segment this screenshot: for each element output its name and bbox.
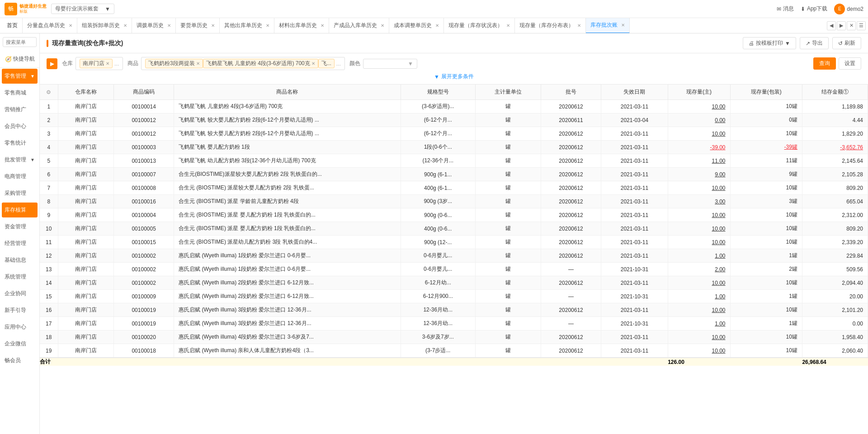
- tab-close-active-icon[interactable]: ✕: [621, 23, 625, 28]
- sidebar-item-finance[interactable]: 资金管理: [2, 219, 38, 234]
- tab-close-icon[interactable]: ✕: [577, 23, 581, 28]
- row-qty-main[interactable]: 1.00: [668, 317, 730, 330]
- message-button[interactable]: ✉ 消息: [777, 5, 794, 13]
- row-qty-main[interactable]: -39.00: [668, 141, 730, 154]
- sidebar-item-ecommerce[interactable]: 电商管理: [2, 169, 38, 184]
- tab-close-icon[interactable]: ✕: [381, 23, 384, 28]
- sidebar-item-new-guide[interactable]: 新手引导: [2, 303, 38, 318]
- sidebar-item-operations[interactable]: 经营管理: [2, 236, 38, 251]
- sidebar-item-system[interactable]: 系统管理: [2, 269, 38, 284]
- row-spec: 900g (3岁...: [401, 195, 475, 208]
- row-qty-main[interactable]: 10.00: [668, 127, 730, 141]
- query-button[interactable]: 查询: [813, 57, 836, 70]
- sidebar-item-marketing[interactable]: 营销推广: [2, 102, 38, 117]
- product-tag-2-close[interactable]: ✕: [311, 61, 315, 66]
- tab-close-icon[interactable]: ✕: [123, 23, 127, 28]
- sidebar-item-wholesale[interactable]: 批发管理 ▼: [2, 152, 38, 167]
- row-qty-main[interactable]: 10.00: [668, 100, 730, 113]
- row-warehouse: 南岸门店: [58, 317, 114, 330]
- sidebar-item-app-center[interactable]: 应用中心: [2, 320, 38, 335]
- filter-more-icon[interactable]: ...: [336, 61, 341, 67]
- col-settings[interactable]: ⚙: [40, 85, 58, 100]
- row-qty-pkg: 10罐: [730, 276, 802, 290]
- row-qty-main[interactable]: 10.00: [668, 276, 730, 290]
- row-qty-main[interactable]: 2.00: [668, 263, 730, 276]
- sidebar-item-member-card[interactable]: 畅会员: [2, 353, 38, 368]
- sidebar-item-inventory[interactable]: 库存核算: [2, 203, 38, 217]
- tab-close-icon[interactable]: ✕: [69, 23, 72, 28]
- filter-more-icon[interactable]: ...: [114, 61, 119, 67]
- tab-home[interactable]: 首页: [2, 18, 23, 33]
- sidebar-item-basic-info[interactable]: 基础信息: [2, 253, 38, 268]
- row-code: 00100019: [114, 317, 174, 330]
- sidebar-item-retail-mgmt[interactable]: 零售管理 ▼: [2, 69, 38, 84]
- row-qty-main[interactable]: 10.00: [668, 330, 730, 344]
- color-input[interactable]: ▼: [363, 59, 417, 69]
- sidebar-item-purchase[interactable]: 采购管理: [2, 186, 38, 201]
- footer-qty-pkg-total: [730, 358, 802, 366]
- message-icon: ✉: [777, 6, 781, 12]
- workspace-selector[interactable]: 母婴行业演示账套 ▼: [51, 4, 114, 14]
- row-qty-main[interactable]: 11.00: [668, 154, 730, 168]
- row-code: 00100009: [114, 290, 174, 303]
- tab-close-all[interactable]: ✕: [847, 21, 856, 30]
- warehouse-tag-close[interactable]: ✕: [106, 61, 109, 66]
- row-name: 合生元 (BIOSTIME) 派星较大婴儿配方奶粉 2段 乳铁蛋...: [174, 181, 401, 195]
- row-unit: 罐: [475, 303, 541, 317]
- row-qty-main[interactable]: 1.00: [668, 249, 730, 263]
- tab-zu-zhuang[interactable]: 组装拆卸单历史 ✕: [77, 18, 132, 33]
- row-qty-main[interactable]: 1.00: [668, 290, 730, 303]
- row-qty-main[interactable]: 10.00: [668, 208, 730, 222]
- row-qty-main[interactable]: 10.00: [668, 181, 730, 195]
- tab-inventory-batch[interactable]: 库存批次账 ✕: [586, 18, 630, 33]
- tab-scroll-right[interactable]: ▶: [837, 21, 846, 30]
- row-qty-main[interactable]: 3.00: [668, 195, 730, 208]
- search-input[interactable]: [3, 37, 37, 47]
- sidebar-item-enterprise-wechat[interactable]: 企业微信: [2, 336, 38, 351]
- product-tag-1-close[interactable]: ✕: [196, 61, 200, 66]
- settings-button[interactable]: 设置: [839, 57, 861, 70]
- tab-close-icon[interactable]: ✕: [435, 23, 439, 28]
- tab-inventory-dist[interactable]: 现存量（库存分布表） ✕: [515, 18, 586, 33]
- filter-expand-button[interactable]: ▶: [47, 58, 57, 69]
- table-settings-icon[interactable]: ⚙: [46, 89, 51, 95]
- main-layout: 🧭 快捷导航 零售管理 ▼ 零售商城 营销推广 会员中心 零售统计 批发管理 ▼…: [0, 33, 868, 434]
- sidebar-item-enterprise[interactable]: 企业协同: [2, 286, 38, 301]
- tab-yao-huo[interactable]: 要货单历史 ✕: [176, 18, 220, 33]
- product-input[interactable]: 飞鹤奶粉3段两提装 ✕ 飞鹤星飞帆 儿童奶粉 4段(3-6岁适用) 700克 ✕…: [141, 57, 345, 70]
- row-warehouse: 南岸门店: [58, 290, 114, 303]
- app-download-button[interactable]: ⬇ App下载: [801, 5, 827, 13]
- export-button[interactable]: ↗ 导出: [800, 37, 829, 49]
- row-qty-main[interactable]: 10.00: [668, 344, 730, 358]
- row-unit: 罐: [475, 127, 541, 141]
- row-qty-main[interactable]: 10.00: [668, 222, 730, 236]
- tab-diao-bo[interactable]: 调拨单历史 ✕: [132, 18, 176, 33]
- tab-fen-liang[interactable]: 分量盘点单历史 ✕: [23, 18, 77, 33]
- tab-close-icon[interactable]: ✕: [506, 23, 510, 28]
- sidebar-quick-nav-item[interactable]: 🧭 快捷导航: [0, 52, 39, 66]
- tab-material-out[interactable]: 材料出库单历史 ✕: [274, 18, 329, 33]
- row-batch: 20200612: [541, 236, 601, 249]
- tab-other-out[interactable]: 其他出库单历史 ✕: [220, 18, 274, 33]
- tab-product-in[interactable]: 产成品入库单历史 ✕: [329, 18, 389, 33]
- tab-close-icon[interactable]: ✕: [167, 23, 171, 28]
- row-qty-main[interactable]: 0.00: [668, 113, 730, 127]
- warehouse-input[interactable]: 南岸门店 ✕ ...: [75, 57, 123, 70]
- tab-close-icon[interactable]: ✕: [266, 23, 269, 28]
- tab-cost-adjust[interactable]: 成本调整单历史 ✕: [389, 18, 444, 33]
- user-avatar[interactable]: E demo2: [834, 4, 863, 14]
- row-qty-main[interactable]: 10.00: [668, 236, 730, 249]
- tab-menu[interactable]: ☰: [857, 21, 866, 30]
- print-template-button[interactable]: 🖨 按模板打印 ▼: [743, 37, 796, 49]
- tab-inventory-status[interactable]: 现存量（库存状况表） ✕: [444, 18, 515, 33]
- tab-close-icon[interactable]: ✕: [321, 23, 324, 28]
- sidebar-item-member[interactable]: 会员中心: [2, 119, 38, 134]
- tab-close-icon[interactable]: ✕: [211, 23, 215, 28]
- expand-more-button[interactable]: ▼ 展开更多条件: [47, 73, 861, 80]
- sidebar-item-retail-store[interactable]: 零售商城: [2, 85, 38, 100]
- refresh-button[interactable]: ↺ 刷新: [832, 37, 861, 49]
- sidebar-item-retail-stats[interactable]: 零售统计: [2, 136, 38, 151]
- row-qty-main[interactable]: 10.00: [668, 303, 730, 317]
- tab-scroll-left[interactable]: ◀: [827, 21, 836, 30]
- row-qty-main[interactable]: 9.00: [668, 168, 730, 181]
